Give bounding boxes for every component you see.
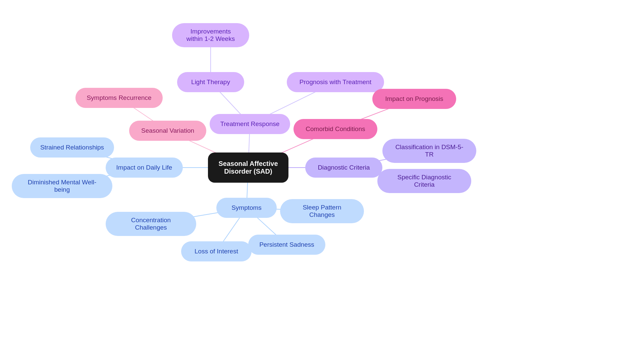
node-classification-dsm[interactable]: Classification in DSM-5-TR: [382, 139, 476, 163]
node-improvements[interactable]: Improvements within 1-2 Weeks: [172, 23, 249, 47]
node-loss-interest[interactable]: Loss of Interest: [181, 241, 252, 261]
node-light-therapy[interactable]: Light Therapy: [177, 72, 244, 92]
node-center[interactable]: Seasonal Affective Disorder (SAD): [208, 153, 288, 183]
node-seasonal-variation[interactable]: Seasonal Variation: [129, 121, 206, 141]
node-symptoms-recurrence[interactable]: Symptoms Recurrence: [75, 88, 163, 108]
node-treatment-response[interactable]: Treatment Response: [210, 114, 290, 134]
node-diminished-mental[interactable]: Diminished Mental Well-being: [12, 174, 112, 198]
node-strained-relationships[interactable]: Strained Relationships: [30, 137, 114, 158]
node-impact-daily-life[interactable]: Impact on Daily Life: [106, 158, 183, 178]
node-comorbid-conditions[interactable]: Comorbid Conditions: [293, 119, 377, 139]
node-prognosis-treatment[interactable]: Prognosis with Treatment: [287, 72, 384, 92]
node-concentration-challenges[interactable]: Concentration Challenges: [106, 212, 196, 236]
mindmap-container: Seasonal Affective Disorder (SAD)Improve…: [0, 0, 644, 363]
node-specific-diagnostic[interactable]: Specific Diagnostic Criteria: [377, 169, 471, 193]
node-diagnostic-criteria[interactable]: Diagnostic Criteria: [305, 158, 382, 178]
node-symptoms[interactable]: Symptoms: [216, 198, 277, 218]
node-sleep-pattern[interactable]: Sleep Pattern Changes: [280, 199, 364, 223]
node-impact-prognosis[interactable]: Impact on Prognosis: [372, 89, 456, 109]
node-persistent-sadness[interactable]: Persistent Sadness: [248, 235, 325, 255]
